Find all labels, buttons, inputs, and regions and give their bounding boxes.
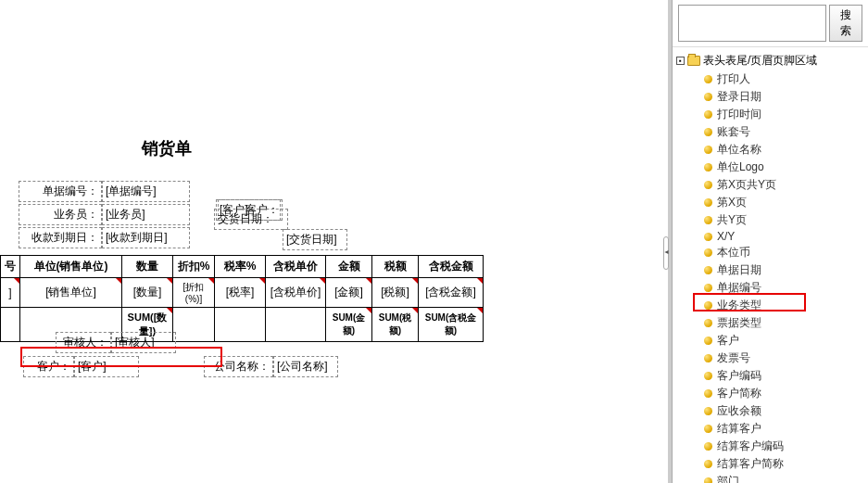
field-tree[interactable]: ▪ 表头表尾/页眉页脚区域 打印人登录日期打印时间账套号单位名称单位Logo第X… bbox=[673, 47, 868, 483]
folder-icon bbox=[687, 56, 700, 66]
tree-item[interactable]: 结算客户 bbox=[704, 420, 868, 438]
cell-qty[interactable]: [数量] bbox=[122, 278, 173, 308]
tree-item[interactable]: 共Y页 bbox=[704, 211, 868, 229]
report-title[interactable]: 销货单 bbox=[74, 121, 259, 176]
search-button[interactable]: 搜索 bbox=[829, 5, 862, 42]
tree-children: 打印人登录日期打印时间账套号单位名称单位Logo第X页共Y页第X页共Y页X/Y本… bbox=[704, 70, 868, 483]
tree-item[interactable]: 单据日期 bbox=[704, 261, 868, 279]
tree-item[interactable]: 结算客户简称 bbox=[704, 455, 868, 473]
ftr-val-company[interactable]: [公司名称] bbox=[273, 356, 338, 377]
tree-item[interactable]: 打印时间 bbox=[704, 106, 868, 123]
tree-item-label: 部门 bbox=[717, 474, 739, 483]
tree-root-label: 表头表尾/页眉页脚区域 bbox=[703, 53, 817, 69]
col-qty[interactable]: 数量 bbox=[122, 256, 173, 278]
tree-item-label: X/Y bbox=[717, 230, 735, 243]
tree-item-label: 客户简称 bbox=[717, 386, 761, 401]
hdr-val-docno[interactable]: [单据编号] bbox=[102, 181, 190, 202]
field-icon bbox=[704, 75, 712, 83]
tree-item-label: 单据编号 bbox=[717, 280, 761, 296]
tree-item-label: 登录日期 bbox=[717, 89, 761, 105]
tree-item[interactable]: 账套号 bbox=[704, 123, 868, 141]
field-icon bbox=[704, 372, 712, 380]
collapse-icon[interactable]: ▪ bbox=[676, 57, 685, 65]
hdr-val-sales[interactable]: [业务员] bbox=[102, 204, 190, 225]
tree-item-label: 客户编码 bbox=[717, 368, 761, 384]
tree-item-label: 第X页 bbox=[717, 195, 747, 210]
ftr-val-reviewer[interactable]: [审核人] bbox=[111, 332, 176, 353]
field-icon bbox=[704, 146, 712, 154]
col-amount[interactable]: 金额 bbox=[326, 256, 372, 278]
col-unitprice[interactable]: 含税单价 bbox=[266, 256, 326, 278]
tree-item[interactable]: 部门 bbox=[704, 473, 868, 483]
tree-item[interactable]: 客户编码 bbox=[704, 367, 868, 385]
field-icon bbox=[704, 319, 712, 327]
ftr-label-customer[interactable]: 客户： bbox=[23, 356, 74, 377]
tree-item[interactable]: 本位币 bbox=[704, 244, 868, 261]
tree-item[interactable]: X/Y bbox=[704, 229, 868, 244]
field-icon bbox=[704, 93, 712, 101]
tree-item[interactable]: 第X页共Y页 bbox=[704, 176, 868, 194]
tree-item[interactable]: 发票号 bbox=[704, 350, 868, 367]
search-input[interactable] bbox=[678, 5, 826, 42]
field-icon bbox=[704, 477, 712, 483]
tree-item-label: 单位Logo bbox=[717, 159, 764, 175]
field-icon bbox=[704, 425, 712, 433]
tree-item-label: 账套号 bbox=[717, 124, 750, 140]
cell-taxamount[interactable]: [含税金额] bbox=[419, 278, 484, 308]
search-bar: 搜索 bbox=[673, 0, 868, 47]
tree-item[interactable]: 业务类型 bbox=[704, 297, 868, 314]
tree-item[interactable]: 单据编号 bbox=[704, 279, 868, 297]
tree-item[interactable]: 单位名称 bbox=[704, 141, 868, 159]
ftr-label-company[interactable]: 公司名称： bbox=[204, 356, 273, 377]
col-index[interactable]: 号 bbox=[1, 256, 20, 278]
tree-item-label: 结算客户 bbox=[717, 421, 761, 437]
tree-item-label: 结算客户简称 bbox=[717, 456, 784, 472]
splitter-handle[interactable] bbox=[663, 236, 669, 270]
tree-item[interactable]: 应收余额 bbox=[704, 402, 868, 420]
hdr-val-duedate[interactable]: [收款到期日] bbox=[102, 227, 190, 248]
hdr-label-delivdate[interactable]: 交货日期： bbox=[214, 209, 288, 230]
tree-item[interactable]: 单位Logo bbox=[704, 159, 868, 176]
cell-amount[interactable]: [金额] bbox=[326, 278, 372, 308]
hdr-label-duedate[interactable]: 收款到期日： bbox=[19, 227, 102, 248]
hdr-val-delivdate[interactable]: [交货日期] bbox=[283, 229, 347, 250]
tree-item[interactable]: 登录日期 bbox=[704, 88, 868, 106]
col-unit[interactable]: 单位(销售单位) bbox=[20, 256, 122, 278]
col-tax[interactable]: 税额 bbox=[372, 256, 419, 278]
tree-item-label: 结算客户编码 bbox=[717, 439, 784, 454]
cell-unitprice[interactable]: [含税单价] bbox=[266, 278, 326, 308]
field-icon bbox=[704, 233, 712, 241]
field-icon bbox=[704, 407, 712, 415]
cell-unit[interactable]: [销售单位] bbox=[20, 278, 122, 308]
ftr-val-customer[interactable]: [客户] bbox=[74, 356, 139, 377]
design-canvas[interactable]: 销货单 单据编号： [单据编号] 业务员： [业务员] 收款到期日： [收款到期… bbox=[0, 0, 672, 483]
field-icon bbox=[704, 442, 712, 451]
sum-index[interactable] bbox=[1, 308, 20, 342]
footer-fields: 审核人： [审核人] 客户： [客户] 公司名称： [公司名称] bbox=[23, 332, 579, 380]
tree-item[interactable]: 票据类型 bbox=[704, 314, 868, 332]
tree-item[interactable]: 结算客户编码 bbox=[704, 438, 868, 455]
cell-index[interactable]: ] bbox=[1, 278, 20, 308]
col-taxrate[interactable]: 税率% bbox=[215, 256, 266, 278]
tree-item[interactable]: 客户 bbox=[704, 332, 868, 350]
tree-root-node[interactable]: ▪ 表头表尾/页眉页脚区域 bbox=[673, 51, 868, 70]
field-icon bbox=[704, 301, 712, 310]
tree-item[interactable]: 第X页 bbox=[704, 194, 868, 211]
hdr-label-sales[interactable]: 业务员： bbox=[19, 204, 102, 225]
cell-tax[interactable]: [税额] bbox=[372, 278, 419, 308]
tree-item[interactable]: 打印人 bbox=[704, 70, 868, 88]
field-icon bbox=[704, 389, 712, 398]
report-table[interactable]: 号 单位(销售单位) 数量 折扣% 税率% 含税单价 金额 税额 含税金额 ] … bbox=[0, 255, 484, 342]
tree-item-label: 第X页共Y页 bbox=[717, 177, 776, 193]
cell-discount[interactable]: [折扣(%)] bbox=[173, 278, 215, 308]
tree-item-label: 发票号 bbox=[717, 350, 750, 366]
field-icon bbox=[704, 128, 712, 136]
col-discount[interactable]: 折扣% bbox=[173, 256, 215, 278]
tree-item-label: 票据类型 bbox=[717, 315, 761, 331]
field-icon bbox=[704, 181, 712, 189]
tree-item[interactable]: 客户简称 bbox=[704, 385, 868, 402]
ftr-label-reviewer[interactable]: 审核人： bbox=[56, 332, 111, 353]
col-taxamount[interactable]: 含税金额 bbox=[419, 256, 484, 278]
cell-taxrate[interactable]: [税率] bbox=[215, 278, 266, 308]
hdr-label-docno[interactable]: 单据编号： bbox=[19, 181, 102, 202]
